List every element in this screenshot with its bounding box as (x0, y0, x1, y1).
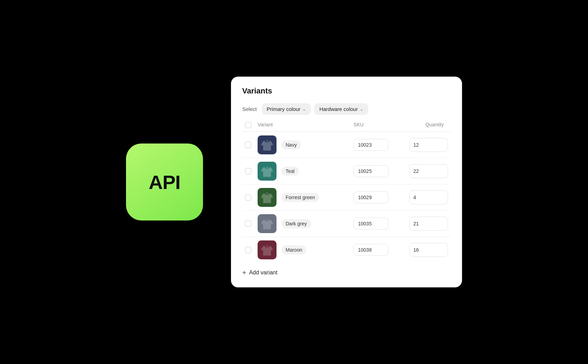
primary-colour-label: Primary colour (267, 106, 301, 112)
qty-cell-teal: ▲ ▼ (399, 164, 448, 178)
hoodie-svg-maroon (259, 242, 275, 258)
primary-colour-chevron-icon: ⌄ (302, 107, 306, 112)
table-row: Maroon ▲ ▼ (242, 237, 451, 263)
table-row: Teal ▲ ▼ (242, 158, 451, 184)
sku-cell-maroon (354, 244, 399, 256)
sku-input-darkgrey[interactable] (354, 218, 388, 230)
table-row: Navy ▲ ▼ (242, 132, 451, 158)
hardware-colour-label: Hardware colour (319, 106, 358, 112)
hoodie-image-teal (258, 162, 276, 181)
row-checkbox-maroon[interactable] (245, 247, 251, 253)
variant-cell-maroon: Maroon (258, 240, 354, 259)
hoodie-svg-darkgrey (259, 216, 275, 231)
row-checkbox-teal[interactable] (245, 168, 251, 174)
sku-input-maroon[interactable] (354, 244, 388, 256)
row-checkbox-darkgrey[interactable] (245, 220, 251, 227)
column-header-quantity: Quantity (399, 122, 448, 128)
api-app-icon: API (126, 144, 203, 220)
variant-cell-darkgrey: Dark grey (258, 214, 354, 233)
variant-badge-maroon: Maroon (281, 245, 306, 254)
qty-input-maroon[interactable] (410, 244, 448, 255)
variant-badge-forrest: Forrest green (281, 193, 319, 202)
qty-cell-navy: ▲ ▼ (399, 138, 448, 152)
sku-cell-navy (354, 139, 399, 151)
variants-panel: Variants Select Primary colour ⌄ Hardwar… (231, 77, 462, 287)
variant-cell-teal: Teal (258, 162, 354, 181)
hoodie-image-forrest (258, 188, 276, 207)
row-checkbox-forrest[interactable] (245, 194, 251, 201)
add-variant-label: Add variant (249, 270, 278, 276)
hoodie-image-navy (258, 135, 276, 154)
hoodie-svg-forrest (259, 190, 275, 205)
table-header: Variant SKU Quantity (242, 122, 451, 132)
qty-control-navy: ▲ ▼ (410, 138, 448, 152)
variant-badge-darkgrey: Dark grey (281, 219, 311, 228)
hoodie-svg-navy (259, 137, 275, 153)
table-row: Forrest green ▲ ▼ (242, 184, 451, 211)
column-header-variant: Variant (258, 122, 354, 128)
qty-input-forrest[interactable] (410, 192, 448, 203)
api-icon-label: API (149, 171, 180, 194)
qty-cell-forrest: ▲ ▼ (399, 190, 448, 204)
variant-cell-navy: Navy (258, 135, 354, 154)
sku-input-navy[interactable] (354, 139, 388, 151)
sku-input-forrest[interactable] (354, 191, 388, 203)
toolbar: Select Primary colour ⌄ Hardware colour … (242, 103, 451, 115)
add-variant-plus-icon: + (242, 269, 246, 276)
qty-control-maroon: ▲ ▼ (410, 243, 448, 257)
qty-cell-maroon: ▲ ▼ (399, 243, 448, 257)
variant-cell-forrest: Forrest green (258, 188, 354, 207)
select-all-checkbox[interactable] (245, 122, 251, 128)
panel-title: Variants (242, 86, 451, 96)
qty-cell-darkgrey: ▲ ▼ (399, 217, 448, 231)
table-body: Navy ▲ ▼ (242, 132, 451, 263)
qty-input-darkgrey[interactable] (410, 218, 448, 229)
hoodie-image-maroon (258, 240, 276, 259)
qty-input-teal[interactable] (410, 166, 448, 177)
primary-colour-dropdown[interactable]: Primary colour ⌄ (262, 103, 311, 115)
qty-control-teal: ▲ ▼ (410, 164, 448, 178)
qty-input-navy[interactable] (410, 139, 448, 150)
toolbar-select-label: Select (242, 106, 257, 112)
qty-control-forrest: ▲ ▼ (410, 190, 448, 204)
hardware-colour-chevron-icon: ⌄ (360, 107, 363, 112)
column-header-sku: SKU (354, 122, 399, 128)
sku-cell-darkgrey (354, 218, 399, 230)
sku-cell-teal (354, 165, 399, 177)
hoodie-svg-teal (259, 163, 275, 179)
scene: API Variants Select Primary colour ⌄ Har… (0, 0, 588, 364)
variant-badge-navy: Navy (281, 140, 301, 149)
hoodie-image-darkgrey (258, 214, 276, 233)
api-icon-wrapper: API (126, 144, 203, 220)
row-checkbox-navy[interactable] (245, 142, 251, 148)
qty-control-darkgrey: ▲ ▼ (410, 217, 448, 231)
hardware-colour-dropdown[interactable]: Hardware colour ⌄ (314, 103, 368, 115)
table-row: Dark grey ▲ ▼ (242, 211, 451, 237)
variant-badge-teal: Teal (281, 167, 299, 176)
sku-cell-forrest (354, 191, 399, 203)
add-variant-row[interactable]: + Add variant (242, 269, 451, 276)
sku-input-teal[interactable] (354, 165, 388, 177)
